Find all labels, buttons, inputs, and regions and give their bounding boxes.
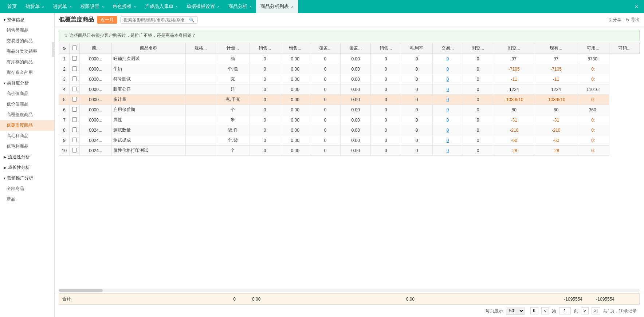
window-close-button[interactable]: ×: [632, 3, 641, 10]
row-select-checkbox[interactable]: [72, 87, 77, 91]
export-button[interactable]: ↻ 导出: [626, 17, 640, 23]
nav-role[interactable]: 角色授权 ×: [108, 0, 140, 13]
col-coverage1[interactable]: 覆盖...: [310, 43, 341, 54]
row-checkbox[interactable]: [70, 135, 80, 146]
row-select-checkbox[interactable]: [72, 117, 77, 122]
nav-close-role[interactable]: ×: [134, 4, 136, 9]
horizontal-scrollbar[interactable]: [59, 289, 640, 292]
row-checkbox[interactable]: [70, 125, 80, 135]
col-current-stock[interactable]: 现有...: [535, 43, 577, 54]
sidebar-item-low-profit[interactable]: 低毛利商品: [0, 141, 54, 152]
row-link[interactable]: 0: [433, 135, 463, 146]
row-select-checkbox[interactable]: [72, 127, 77, 132]
row-link[interactable]: 0: [433, 64, 463, 74]
nav-close-goods-analysis[interactable]: ×: [250, 4, 252, 9]
row-name[interactable]: 眼宝公仔: [112, 84, 186, 95]
row-link[interactable]: 0: [433, 54, 463, 64]
nav-close-permission[interactable]: ×: [102, 4, 104, 9]
row-select-checkbox[interactable]: [72, 138, 77, 142]
sidebar-item-in-stock[interactable]: 有库存的商品: [0, 57, 54, 67]
row-name[interactable]: 牛奶: [112, 64, 186, 74]
sidebar-item-all-goods[interactable]: 全部商品: [0, 183, 54, 194]
sidebar-group-growth[interactable]: ▶ 成长性分析: [0, 162, 54, 173]
nav-close-product-entry[interactable]: ×: [176, 4, 178, 9]
row-select-checkbox[interactable]: [72, 76, 77, 81]
nav-close-purchase[interactable]: ×: [69, 4, 71, 9]
nav-sales[interactable]: 销货单 ×: [21, 0, 48, 13]
page-number-input[interactable]: [559, 307, 571, 314]
row-name[interactable]: 启用保质期: [112, 105, 186, 115]
time-filter-button[interactable]: 近一月: [97, 16, 117, 24]
page-next-button[interactable]: >: [581, 307, 589, 314]
nav-home[interactable]: 首页: [3, 0, 21, 13]
row-link[interactable]: 0: [433, 125, 463, 135]
row-checkbox[interactable]: [70, 54, 80, 64]
row-name[interactable]: 属性价格打印测试: [112, 146, 186, 156]
col-settings[interactable]: ⚙: [59, 43, 70, 54]
col-sales3[interactable]: 销售...: [371, 43, 401, 54]
nav-goods-analysis[interactable]: 商品分析 ×: [224, 0, 256, 13]
row-name[interactable]: 符号测试: [112, 74, 186, 84]
nav-close-sales[interactable]: ×: [42, 4, 44, 9]
row-link[interactable]: 0: [433, 115, 463, 125]
col-profit-rate[interactable]: 毛利率: [401, 43, 433, 54]
col-transaction[interactable]: 交易...: [433, 43, 463, 54]
row-link[interactable]: 0: [433, 146, 463, 156]
col-sales1[interactable]: 销售...: [250, 43, 280, 54]
sidebar-group-marketing[interactable]: ▾ 营销推广分析: [0, 173, 54, 183]
page-first-button[interactable]: K: [530, 307, 538, 314]
row-checkbox[interactable]: [70, 84, 80, 95]
col-sellable[interactable]: 可销...: [609, 43, 639, 54]
sidebar-item-category-rate[interactable]: 商品分类动销率: [0, 46, 54, 57]
row-checkbox[interactable]: [70, 74, 80, 84]
row-name[interactable]: 测试数量: [112, 125, 186, 135]
row-name[interactable]: 测试提成: [112, 135, 186, 146]
sidebar-group-overall[interactable]: ▾ 整体信息: [0, 15, 54, 25]
row-select-checkbox[interactable]: [72, 107, 77, 112]
sidebar-item-traded-goods[interactable]: 交易过的商品: [0, 36, 54, 46]
col-code[interactable]: 商...: [80, 43, 112, 54]
col-browse2[interactable]: 浏览...: [493, 43, 535, 54]
sidebar-collapse-button[interactable]: «: [52, 42, 55, 57]
row-link[interactable]: 0: [433, 84, 463, 95]
row-name[interactable]: 属性: [112, 115, 186, 125]
row-checkbox[interactable]: [70, 64, 80, 74]
col-coverage2[interactable]: 覆盖...: [341, 43, 371, 54]
col-unit[interactable]: 计量...: [216, 43, 250, 54]
search-icon[interactable]: 🔍: [189, 17, 195, 23]
nav-goods-analysis-list[interactable]: 商品分析列表 ×: [256, 0, 298, 13]
sidebar-item-sales-goods[interactable]: 销售类商品: [0, 25, 54, 36]
col-available-stock[interactable]: 可用...: [577, 43, 609, 54]
col-spec[interactable]: 规格...: [185, 43, 216, 54]
col-sales2[interactable]: 销售...: [280, 43, 310, 54]
sidebar-group-cluster[interactable]: ▾ 类群度分析: [0, 78, 54, 88]
search-input[interactable]: [123, 17, 189, 23]
page-last-button[interactable]: >|: [592, 307, 600, 314]
row-link[interactable]: 0: [433, 74, 463, 84]
row-select-checkbox[interactable]: [72, 97, 77, 102]
page-size-select[interactable]: 50 100: [506, 307, 525, 315]
row-name[interactable]: 旺铺批次测试: [112, 54, 186, 64]
row-link[interactable]: 0: [433, 105, 463, 115]
share-button[interactable]: ⎘ 分享: [609, 17, 621, 23]
nav-template[interactable]: 单据模板设置 ×: [182, 0, 224, 13]
nav-permission[interactable]: 权限设置 ×: [76, 0, 108, 13]
row-checkbox[interactable]: [70, 95, 80, 105]
nav-product-entry[interactable]: 产成品入库单 ×: [141, 0, 182, 13]
sidebar-item-high-coverage[interactable]: 高覆盖度商品: [0, 110, 54, 120]
nav-close-template[interactable]: ×: [217, 4, 219, 9]
sidebar-item-low-value[interactable]: 低价值商品: [0, 99, 54, 110]
row-checkbox[interactable]: [70, 115, 80, 125]
sidebar-item-high-value[interactable]: 高价值商品: [0, 88, 54, 99]
row-checkbox[interactable]: [70, 146, 80, 156]
sidebar-item-high-profit[interactable]: 高毛利商品: [0, 131, 54, 141]
sidebar-item-new-goods[interactable]: 新品: [0, 194, 54, 205]
nav-close-goods-analysis-list[interactable]: ×: [291, 4, 293, 9]
sidebar-group-flow[interactable]: ▶ 流通性分析: [0, 152, 54, 162]
col-name[interactable]: 商品名称: [112, 43, 186, 54]
row-select-checkbox[interactable]: [72, 66, 77, 71]
col-browse1[interactable]: 浏览...: [463, 43, 493, 54]
select-all-checkbox[interactable]: [72, 45, 77, 50]
sidebar-item-low-coverage[interactable]: 低覆盖度商品: [0, 120, 54, 131]
page-prev-button[interactable]: <: [541, 307, 549, 314]
